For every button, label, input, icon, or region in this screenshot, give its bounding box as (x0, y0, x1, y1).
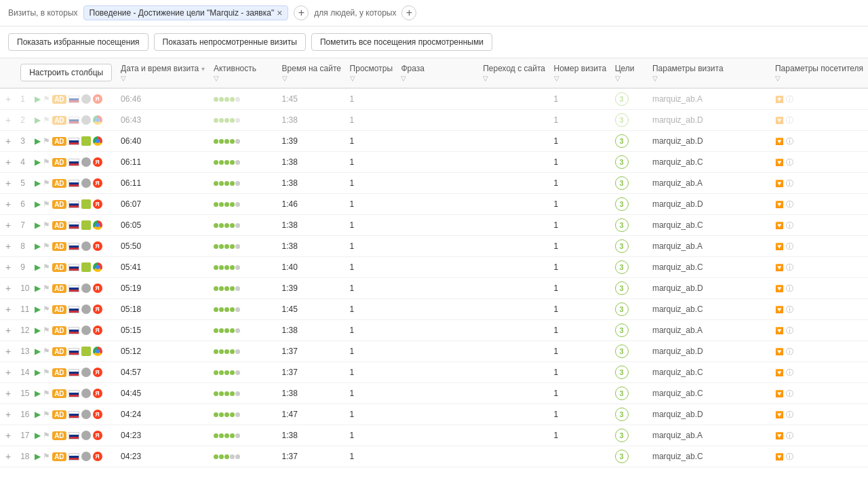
filter-icon-activity[interactable]: ▽ (214, 75, 274, 82)
row-filter-icon[interactable]: 🔽 (775, 411, 783, 418)
play-visit-btn[interactable]: ▶ (35, 157, 41, 167)
play-visit-btn[interactable]: ▶ (35, 94, 41, 104)
add-row-icon[interactable]: + (5, 430, 11, 441)
play-visit-btn[interactable]: ▶ (35, 347, 41, 356)
play-visit-btn[interactable]: ▶ (35, 410, 41, 419)
add-row-icon[interactable]: + (5, 241, 11, 252)
add-row-icon[interactable]: + (5, 220, 11, 231)
row-filter-icon[interactable]: 🔽 (775, 243, 783, 250)
row-filter-icon[interactable]: 🔽 (775, 432, 783, 439)
row-info-icon[interactable]: ⓘ (786, 116, 793, 124)
flag-visit-btn[interactable]: ⚑ (43, 241, 50, 251)
row-info-icon[interactable]: ⓘ (786, 221, 793, 229)
th-configure[interactable]: Настроить столбцы (16, 58, 117, 88)
flag-visit-btn[interactable]: ⚑ (43, 115, 50, 125)
show-unseen-btn[interactable]: Показать непросмотренные визиты (154, 33, 306, 51)
add-people-filter-btn[interactable]: + (401, 5, 416, 20)
play-visit-btn[interactable]: ▶ (35, 262, 41, 272)
filter-icon-goals[interactable]: ▽ (615, 75, 644, 82)
row-info-icon[interactable]: ⓘ (786, 179, 793, 187)
row-info-icon[interactable]: ⓘ (786, 305, 793, 313)
row-filter-icon[interactable]: 🔽 (775, 201, 783, 208)
row-info-icon[interactable]: ⓘ (786, 200, 793, 208)
row-info-icon[interactable]: ⓘ (786, 95, 793, 103)
play-visit-btn[interactable]: ▶ (35, 220, 41, 230)
add-row-icon[interactable]: + (5, 367, 11, 378)
flag-visit-btn[interactable]: ⚑ (43, 389, 50, 398)
row-filter-icon[interactable]: 🔽 (775, 222, 783, 229)
row-filter-icon[interactable]: 🔽 (775, 369, 783, 376)
row-filter-icon[interactable]: 🔽 (775, 390, 783, 397)
add-row-icon[interactable]: + (5, 136, 11, 146)
flag-visit-btn[interactable]: ⚑ (43, 178, 50, 188)
row-info-icon[interactable]: ⓘ (786, 158, 793, 166)
row-info-icon[interactable]: ⓘ (786, 242, 793, 250)
add-row-icon[interactable]: + (5, 283, 11, 294)
row-filter-icon[interactable]: 🔽 (775, 264, 783, 271)
row-filter-icon[interactable]: 🔽 (775, 138, 783, 145)
flag-visit-btn[interactable]: ⚑ (43, 94, 50, 104)
play-visit-btn[interactable]: ▶ (35, 368, 41, 377)
flag-visit-btn[interactable]: ⚑ (43, 452, 50, 461)
filter-icon-source[interactable]: ▽ (483, 75, 545, 82)
add-row-icon[interactable]: + (5, 94, 11, 104)
flag-visit-btn[interactable]: ⚑ (43, 410, 50, 419)
row-filter-icon[interactable]: 🔽 (775, 348, 783, 355)
add-row-icon[interactable]: + (5, 157, 11, 168)
flag-visit-btn[interactable]: ⚑ (43, 157, 50, 167)
add-row-icon[interactable]: + (5, 325, 11, 336)
row-info-icon[interactable]: ⓘ (786, 431, 793, 439)
row-info-icon[interactable]: ⓘ (786, 452, 793, 460)
show-favorites-btn[interactable]: Показать избранные посещения (8, 33, 149, 51)
flag-visit-btn[interactable]: ⚑ (43, 283, 50, 293)
add-row-icon[interactable]: + (5, 178, 11, 189)
sort-icon[interactable]: ▾ (201, 65, 205, 73)
filter-icon-views[interactable]: ▽ (350, 75, 393, 82)
play-visit-btn[interactable]: ▶ (35, 199, 41, 209)
filter-icon-phrase[interactable]: ▽ (401, 75, 475, 82)
row-filter-icon[interactable]: 🔽 (775, 453, 783, 460)
flag-visit-btn[interactable]: ⚑ (43, 305, 50, 314)
row-info-icon[interactable]: ⓘ (786, 263, 793, 271)
row-info-icon[interactable]: ⓘ (786, 410, 793, 418)
flag-visit-btn[interactable]: ⚑ (43, 347, 50, 356)
filter-icon-time[interactable]: ▽ (282, 75, 342, 82)
row-info-icon[interactable]: ⓘ (786, 389, 793, 397)
row-filter-icon[interactable]: 🔽 (775, 306, 783, 313)
play-visit-btn[interactable]: ▶ (35, 136, 41, 146)
mark-all-btn[interactable]: Пометить все посещения просмотренными (311, 33, 492, 51)
row-info-icon[interactable]: ⓘ (786, 326, 793, 334)
add-row-icon[interactable]: + (5, 451, 11, 462)
row-info-icon[interactable]: ⓘ (786, 284, 793, 292)
flag-visit-btn[interactable]: ⚑ (43, 368, 50, 377)
filter-icon-visitorparams[interactable]: ▽ (775, 75, 864, 82)
play-visit-btn[interactable]: ▶ (35, 431, 41, 440)
add-row-icon[interactable]: + (5, 304, 11, 315)
configure-columns-btn[interactable]: Настроить столбцы (20, 64, 112, 81)
row-filter-icon[interactable]: 🔽 (775, 96, 783, 103)
add-row-icon[interactable]: + (5, 199, 11, 210)
play-visit-btn[interactable]: ▶ (35, 178, 41, 188)
flag-visit-btn[interactable]: ⚑ (43, 326, 50, 335)
play-visit-btn[interactable]: ▶ (35, 283, 41, 293)
row-info-icon[interactable]: ⓘ (786, 368, 793, 376)
flag-visit-btn[interactable]: ⚑ (43, 431, 50, 440)
add-row-icon[interactable]: + (5, 409, 11, 420)
filter-icon-visitnum[interactable]: ▽ (554, 75, 607, 82)
play-visit-btn[interactable]: ▶ (35, 326, 41, 335)
add-row-icon[interactable]: + (5, 388, 11, 399)
row-filter-icon[interactable]: 🔽 (775, 327, 783, 334)
row-filter-icon[interactable]: 🔽 (775, 180, 783, 187)
flag-visit-btn[interactable]: ⚑ (43, 136, 50, 146)
flag-visit-btn[interactable]: ⚑ (43, 262, 50, 272)
row-filter-icon[interactable]: 🔽 (775, 285, 783, 292)
play-visit-btn[interactable]: ▶ (35, 389, 41, 398)
row-info-icon[interactable]: ⓘ (786, 347, 793, 355)
row-filter-icon[interactable]: 🔽 (775, 117, 783, 124)
add-filter-btn[interactable]: + (294, 5, 309, 20)
play-visit-btn[interactable]: ▶ (35, 452, 41, 461)
close-icon[interactable]: × (277, 8, 282, 18)
flag-visit-btn[interactable]: ⚑ (43, 199, 50, 209)
row-filter-icon[interactable]: 🔽 (775, 159, 783, 166)
add-row-icon[interactable]: + (5, 346, 11, 357)
